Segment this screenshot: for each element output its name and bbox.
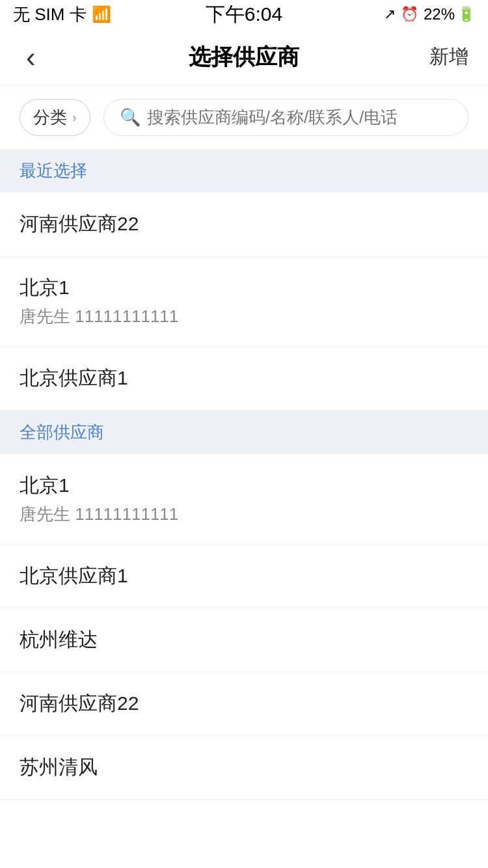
all-list-item[interactable]: 杭州维达 [0,608,488,672]
add-button[interactable]: 新增 [429,44,468,70]
item-sub: 唐先生 11111111111 [20,305,468,328]
status-carrier: 无 SIM 卡 📶 [13,3,111,26]
category-label: 分类 [33,106,67,129]
item-sub: 唐先生 11111111111 [20,503,468,526]
item-name: 北京供应商1 [20,365,468,392]
item-name: 苏州清风 [20,754,468,781]
all-header-text: 全部供应商 [20,422,104,442]
status-time: 下午6:04 [206,1,282,28]
recent-header-text: 最近选择 [20,161,87,180]
recent-list-item[interactable]: 北京1唐先生 11111111111 [0,256,488,347]
status-bar: 无 SIM 卡 📶 下午6:04 ↗ ⏰ 22% 🔋 [0,0,488,29]
item-name: 杭州维达 [20,627,468,653]
all-items-list: 北京1唐先生 11111111111北京供应商1杭州维达河南供应商22苏州清风 [0,454,488,800]
chevron-right-icon: › [72,110,77,125]
battery-indicator: 22% 🔋 [424,5,475,23]
all-list-item[interactable]: 苏州清风 [0,736,488,800]
search-input[interactable] [147,107,452,128]
recent-items-list: 河南供应商22北京1唐先生 11111111111北京供应商1 [0,193,488,411]
item-name: 北京1 [20,275,468,301]
item-name: 北京1 [20,472,468,499]
location-icon: ↗ [384,6,396,23]
status-right: ↗ ⏰ 22% 🔋 [384,5,475,23]
search-box: 🔍 [103,99,468,136]
wifi-icon: 📶 [92,5,111,23]
back-button[interactable]: ‹ [20,34,42,80]
all-list-item[interactable]: 北京1唐先生 11111111111 [0,454,488,545]
search-icon: 🔍 [120,107,141,128]
all-list-item[interactable]: 河南供应商22 [0,672,488,736]
item-name: 河南供应商22 [20,211,468,237]
battery-icon: 🔋 [457,6,475,23]
filter-bar: 分类 › 🔍 [0,86,488,149]
alarm-icon: ⏰ [401,6,418,23]
item-name: 河南供应商22 [20,690,468,717]
recent-list-item[interactable]: 河南供应商22 [0,193,488,256]
item-name: 北京供应商1 [20,563,468,590]
recent-section-header: 最近选择 [0,149,488,193]
page-title: 选择供应商 [189,42,299,72]
all-list-item[interactable]: 北京供应商1 [0,545,488,608]
recent-list-item[interactable]: 北京供应商1 [0,347,488,411]
category-button[interactable]: 分类 › [20,99,90,136]
nav-bar: ‹ 选择供应商 新增 [0,29,488,86]
all-section-header: 全部供应商 [0,411,488,454]
